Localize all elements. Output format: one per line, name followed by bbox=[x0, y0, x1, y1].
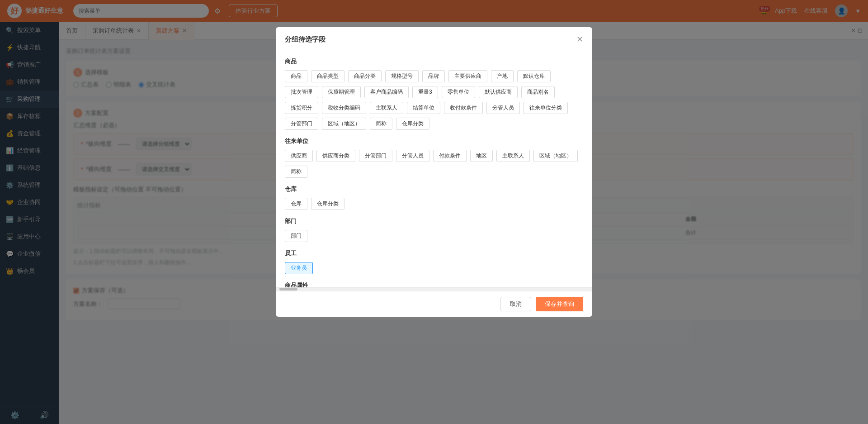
field-default-supplier[interactable]: 默认供应商 bbox=[479, 86, 518, 98]
field-partner-area[interactable]: 地区 bbox=[470, 150, 493, 162]
field-supplier-cat[interactable]: 供应商分类 bbox=[316, 150, 355, 162]
field-retail-unit[interactable]: 零售单位 bbox=[442, 86, 475, 98]
field-supplier[interactable]: 供应商 bbox=[285, 150, 313, 162]
field-partner-payment[interactable]: 付款条件 bbox=[433, 150, 467, 162]
section-product-label: 商品 bbox=[285, 57, 583, 66]
field-salesperson[interactable]: 业务员 bbox=[285, 262, 313, 274]
warehouse-field-grid: 仓库 仓库分类 bbox=[285, 198, 583, 210]
field-product[interactable]: 商品 bbox=[285, 70, 307, 82]
field-brand[interactable]: 品牌 bbox=[422, 70, 445, 82]
section-product-attr: 商品属性 属性 颜色 多规格 尺码 鞋码 1 bbox=[285, 281, 583, 287]
dialog-footer: 取消 保存并查询 bbox=[276, 291, 592, 317]
field-default-warehouse[interactable]: 默认仓库 bbox=[517, 70, 551, 82]
dialog-header: 分组待选字段 ✕ bbox=[276, 27, 592, 50]
field-main-supplier[interactable]: 主要供应商 bbox=[448, 70, 487, 82]
section-warehouse: 仓库 仓库 仓库分类 bbox=[285, 185, 583, 210]
field-partner-shortname[interactable]: 简称 bbox=[285, 166, 307, 178]
field-product-type[interactable]: 商品类型 bbox=[311, 70, 344, 82]
field-product-alias[interactable]: 商品别名 bbox=[521, 86, 555, 98]
field-wh[interactable]: 仓库 bbox=[285, 198, 307, 210]
section-staff: 员工 业务员 bbox=[285, 249, 583, 274]
dialog-title: 分组待选字段 bbox=[285, 35, 326, 44]
staff-field-grid: 业务员 bbox=[285, 262, 583, 274]
field-partner-contact[interactable]: 主联系人 bbox=[496, 150, 530, 162]
section-partner: 往来单位 供应商 供应商分类 分管部门 分管人员 付款条件 地区 主联系人 区域… bbox=[285, 137, 583, 178]
field-weight[interactable]: 重量3 bbox=[412, 86, 438, 98]
dialog-overlay: 分组待选字段 ✕ 商品 商品 商品类型 商品分类 规格型号 品牌 主要供应商 产… bbox=[0, 0, 868, 424]
field-batch[interactable]: 批次管理 bbox=[285, 86, 318, 98]
confirm-button[interactable]: 保存并查询 bbox=[536, 297, 583, 311]
field-manager[interactable]: 分管人员 bbox=[486, 102, 520, 114]
section-staff-label: 员工 bbox=[285, 249, 583, 257]
field-wh-cat[interactable]: 仓库分类 bbox=[311, 198, 344, 210]
field-partner-dept[interactable]: 分管部门 bbox=[359, 150, 392, 162]
field-region[interactable]: 区域（地区） bbox=[322, 118, 366, 130]
field-customer-sku[interactable]: 客户商品编码 bbox=[364, 86, 409, 98]
field-origin[interactable]: 产地 bbox=[491, 70, 514, 82]
field-pick-score[interactable]: 拣货积分 bbox=[285, 102, 318, 114]
section-product-attr-label: 商品属性 bbox=[285, 281, 583, 287]
section-partner-label: 往来单位 bbox=[285, 137, 583, 145]
partner-field-grid: 供应商 供应商分类 分管部门 分管人员 付款条件 地区 主联系人 区域（地区） … bbox=[285, 150, 583, 178]
field-spec-model[interactable]: 规格型号 bbox=[385, 70, 419, 82]
field-expiry[interactable]: 保质期管理 bbox=[322, 86, 361, 98]
product-field-grid: 商品 商品类型 商品分类 规格型号 品牌 主要供应商 产地 默认仓库 批次管理 … bbox=[285, 70, 583, 130]
section-product: 商品 商品 商品类型 商品分类 规格型号 品牌 主要供应商 产地 默认仓库 批次… bbox=[285, 57, 583, 130]
field-product-category[interactable]: 商品分类 bbox=[348, 70, 382, 82]
dialog-hscroll[interactable] bbox=[276, 287, 592, 291]
cancel-button[interactable]: 取消 bbox=[500, 297, 531, 311]
field-partner-manager[interactable]: 分管人员 bbox=[396, 150, 429, 162]
field-main-contact[interactable]: 主联系人 bbox=[370, 102, 403, 114]
field-select-dialog: 分组待选字段 ✕ 商品 商品 商品类型 商品分类 规格型号 品牌 主要供应商 产… bbox=[276, 27, 592, 317]
department-field-grid: 部门 bbox=[285, 230, 583, 242]
dialog-body[interactable]: 商品 商品 商品类型 商品分类 规格型号 品牌 主要供应商 产地 默认仓库 批次… bbox=[276, 50, 592, 287]
field-tax-code[interactable]: 税收分类编码 bbox=[322, 102, 366, 114]
field-warehouse-cat[interactable]: 仓库分类 bbox=[396, 118, 429, 130]
field-department[interactable]: 部门 bbox=[285, 230, 307, 242]
field-partner-region[interactable]: 区域（地区） bbox=[533, 150, 578, 162]
field-settle-unit[interactable]: 结算单位 bbox=[407, 102, 440, 114]
section-warehouse-label: 仓库 bbox=[285, 185, 583, 193]
section-department-label: 部门 bbox=[285, 217, 583, 225]
field-dept[interactable]: 分管部门 bbox=[285, 118, 318, 130]
hscroll-thumb[interactable] bbox=[279, 288, 297, 291]
field-shortname[interactable]: 简称 bbox=[370, 118, 392, 130]
field-partner-category[interactable]: 往来单位分类 bbox=[524, 102, 568, 114]
section-department: 部门 部门 bbox=[285, 217, 583, 242]
dialog-close-button[interactable]: ✕ bbox=[576, 34, 583, 44]
field-payment-terms[interactable]: 收付款条件 bbox=[444, 102, 483, 114]
